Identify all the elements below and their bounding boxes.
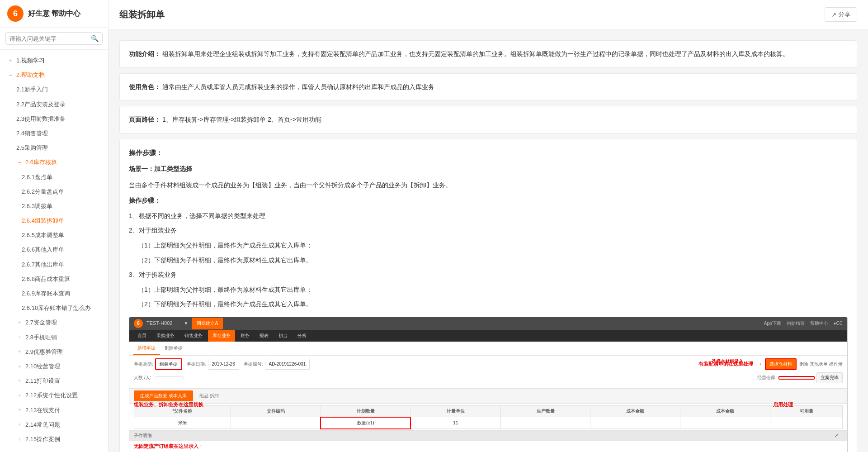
col-parent-code: 父件编码 bbox=[231, 405, 321, 417]
sidebar-item-inv262[interactable]: 2.6.2分量盘点单 bbox=[0, 185, 108, 199]
logo-text: 好生意 帮助中心 bbox=[28, 9, 80, 19]
screenshot-wrapper: 6 TEST-H002 ▼ 同期建立A App下载 初始精管 帮助中心 ●CC bbox=[129, 317, 848, 452]
step3-2: （2）下部明细为子件明细，最终作为产成品生成其它入库单。 bbox=[129, 298, 848, 310]
search-input[interactable] bbox=[9, 35, 91, 42]
ann-switch: 组装业务、拆卸业务在这里切换 bbox=[134, 400, 203, 409]
mock-date[interactable]: 2019-12-26 bbox=[208, 359, 239, 370]
mock-confirm-btn[interactable]: 选择仓材料 bbox=[765, 358, 797, 370]
scene1-desc: 当由多个子件材料组装成一个成品的业务为【组装】业务，当由一个父件拆分成多个子产品… bbox=[129, 181, 452, 189]
sidebar-item-print[interactable]: + 2.11打印设置 bbox=[0, 374, 108, 388]
expand-inv-icon: − bbox=[16, 159, 23, 166]
sidebar-item-cases[interactable]: + 2.15操作案例 bbox=[0, 432, 108, 447]
sidebar-item-inv265[interactable]: 2.6.5成本调整单 bbox=[0, 228, 108, 243]
col-cost-amount1: 成本金额 bbox=[590, 405, 680, 417]
search-box[interactable]: 🔍 bbox=[5, 32, 103, 45]
table-row: 米米 数量(≥1) 11 bbox=[134, 417, 843, 429]
mock-tab-assemble[interactable]: 生成产品数量 成本入库 bbox=[134, 390, 193, 401]
mock-tab-list[interactable]: 删除单据 bbox=[160, 342, 187, 355]
col-cost-amount2: 成本金额 bbox=[680, 405, 770, 417]
mock-help-center: 帮助中心 bbox=[810, 319, 828, 328]
lower-section-label: 子件明细 bbox=[134, 433, 152, 438]
sidebar-nav: + 1.视频学习 − 2.帮助文档 2.1新手入门 2.2产品安装及登录 2.3… bbox=[0, 50, 108, 452]
sidebar-item-inv269[interactable]: 2.6.9库存账本查询 bbox=[0, 286, 108, 301]
sidebar-item-data[interactable]: 2.3使用前数据准备 bbox=[0, 112, 108, 126]
sidebar-item-inventory[interactable]: − 2.6库存核算 bbox=[0, 155, 108, 170]
intro-card: 功能介绍： 组装拆卸单用来处理企业组装或拆卸等加工业务，支持有固定装配清单的产品… bbox=[119, 40, 857, 68]
col-qty-plan: 计划数量 bbox=[321, 405, 410, 417]
main-header: 组装拆卸单 ↗ 分享 bbox=[108, 0, 868, 29]
mock-delete[interactable]: 删除 其他录单 操作录 bbox=[799, 360, 843, 368]
sidebar-item-inv267[interactable]: 2.6.7其他出库单 bbox=[0, 257, 108, 272]
mock-menu-purchase[interactable]: 采购业务 bbox=[152, 330, 179, 342]
sidebar-item-faq[interactable]: + 2.14常见问题 bbox=[0, 418, 108, 432]
expand-icon5: + bbox=[16, 363, 23, 370]
mock-warehouse[interactable] bbox=[778, 376, 815, 380]
sidebar-item-inv266[interactable]: 2.6.6其他入库单 bbox=[0, 243, 108, 257]
main-content: 组装拆卸单 ↗ 分享 功能介绍： 组装拆卸单用来处理企业组装或拆卸等加工业务，支… bbox=[108, 0, 868, 452]
mock-menu-home[interactable]: 自页 bbox=[133, 330, 151, 342]
expand-icon10: + bbox=[16, 436, 23, 442]
sidebar-item-inv2610[interactable]: 2.6.10库存账本错了怎么办 bbox=[0, 301, 108, 315]
search-area: 🔍 bbox=[0, 28, 108, 50]
mock-menu-sales[interactable]: 销售业务 bbox=[180, 330, 207, 342]
mock-topbar: 6 TEST-H002 ▼ 同期建立A App下载 初始精管 帮助中心 ●CC bbox=[129, 317, 847, 330]
sidebar-item-mobile[interactable]: + 2.8手机旺铺 bbox=[0, 330, 108, 345]
sidebar-item-docs[interactable]: − 2.帮助文档 bbox=[0, 68, 108, 82]
sidebar-item-finance[interactable]: + 2.7资金管理 bbox=[0, 315, 108, 330]
mock-app-id: TEST-H002 bbox=[146, 319, 172, 328]
share-icon: ↗ bbox=[831, 11, 836, 18]
sidebar-item-sales[interactable]: 2.4销售管理 bbox=[0, 126, 108, 141]
mock-form-area: 单据类型: 组装单据 单据日期: 2019-12-26 单据编号: AD-201… bbox=[129, 356, 847, 389]
operations-card: 操作步骤： 场景一：加工类型选择 当由多个子件材料组装成一个成品的业务为【组装】… bbox=[119, 139, 857, 452]
mock-menu-analysis[interactable]: 分析 bbox=[293, 330, 311, 342]
expand-icon7: + bbox=[16, 392, 23, 399]
arrow-right: → bbox=[756, 358, 762, 370]
path-card: 页面路径： 1、库存核算->库存管理->组装拆卸单 2、首页->常用功能 bbox=[119, 106, 857, 133]
sidebar-item-inv264[interactable]: 2.6.4组装拆卸单 bbox=[0, 214, 108, 228]
sidebar-item-coupon[interactable]: + 2.9优惠券管理 bbox=[0, 345, 108, 359]
mock-menu-inventory[interactable]: 库存业务 bbox=[208, 330, 235, 342]
qty-cell[interactable]: 数量(≥1) bbox=[321, 417, 410, 429]
mock-topbar-main-btn[interactable]: 同期建立A bbox=[192, 318, 223, 329]
mock-menu: 自页 采购业务 销售业务 库存业务 财务 报表 初台 分析 bbox=[129, 330, 847, 342]
page-title: 组装拆卸单 bbox=[119, 9, 165, 21]
mock-tab-disassemble[interactable]: 组品 拆卸 bbox=[193, 390, 225, 401]
content-area: 功能介绍： 组装拆卸单用来处理企业组装或拆卸等加工业务，支持有固定装配清单的产品… bbox=[108, 29, 868, 452]
sidebar-item-payment[interactable]: + 2.13在线支付 bbox=[0, 403, 108, 418]
mock-menu-finance[interactable]: 财务 bbox=[236, 330, 254, 342]
operations-title: 操作步骤： bbox=[129, 147, 848, 159]
sidebar-item-system[interactable]: + 2.12系统个性化设置 bbox=[0, 388, 108, 403]
share-button[interactable]: ↗ 分享 bbox=[825, 7, 857, 22]
expand-icon: + bbox=[7, 57, 14, 64]
sidebar-item-inv268[interactable]: 2.6.8商品成本重算 bbox=[0, 272, 108, 286]
mock-menu-init[interactable]: 初台 bbox=[274, 330, 292, 342]
mock-upper-table-area: *父件名称 父件编码 计划数量 计量单位 生产数量 成本金额 成本金额 可用量 bbox=[129, 404, 847, 430]
mock-tabs-section: 生成产品数量 成本入库 组品 拆卸 组装业务、拆卸业务在这里切换 启用处理 bbox=[129, 389, 847, 404]
sidebar-item-purchase[interactable]: 2.5采购管理 bbox=[0, 141, 108, 155]
steps-title: 操作步骤： bbox=[129, 197, 160, 204]
sidebar-item-install[interactable]: 2.2产品安装及登录 bbox=[0, 97, 108, 112]
mock-app: 6 TEST-H002 ▼ 同期建立A App下载 初始精管 帮助中心 ●CC bbox=[129, 317, 848, 452]
sidebar-item-inv261[interactable]: 2.6.1盘点单 bbox=[0, 170, 108, 185]
expand-icon-lower[interactable]: ⤢ bbox=[835, 432, 838, 440]
sidebar-item-newbie[interactable]: 2.1新手入门 bbox=[0, 82, 108, 97]
mock-ok-btn[interactable]: 立案完毕 bbox=[816, 372, 843, 383]
sidebar-item-business[interactable]: + 2.10经营管理 bbox=[0, 359, 108, 374]
mock-lower-section: 子件明细 ⤢ bbox=[129, 430, 847, 441]
step1: 1、根据不同的业务，选择不同单据的类型来处理 bbox=[129, 210, 848, 222]
search-icon[interactable]: 🔍 bbox=[91, 35, 99, 42]
mock-people[interactable] bbox=[156, 376, 184, 379]
sidebar-item-inv263[interactable]: 2.6.3调拨单 bbox=[0, 199, 108, 214]
expand-icon9: + bbox=[16, 422, 23, 428]
mock-menu-report[interactable]: 报表 bbox=[255, 330, 273, 342]
mock-order-no[interactable]: AD-20191226-001 bbox=[265, 359, 310, 370]
mock-tab-new[interactable]: 新增单据 bbox=[133, 342, 160, 355]
ann-enable: 启用处理 bbox=[773, 400, 793, 409]
sidebar-item-video[interactable]: + 1.视频学习 bbox=[0, 53, 108, 68]
expand-icon8: + bbox=[16, 407, 23, 414]
ann-no-fixed: 无固定流产订组装在这里录入 ↑ bbox=[134, 442, 843, 451]
step2: 2、对于组装业务 bbox=[129, 224, 848, 237]
expand-icon6: + bbox=[16, 378, 23, 384]
col-prod-qty: 生产数量 bbox=[500, 405, 590, 417]
mock-order-type[interactable]: 组装单据 bbox=[155, 358, 182, 370]
